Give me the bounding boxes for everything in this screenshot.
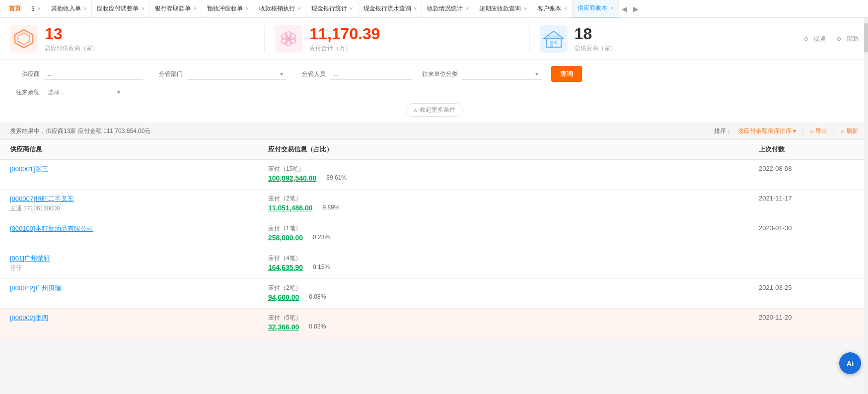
summary-text-total-suppliers: 18 总供应商（家） [575,25,616,53]
nav-tab-customer-book[interactable]: 客户账本 × [532,0,573,18]
refresh-button[interactable]: ○ 刷新 [841,127,858,135]
tx-amount-5[interactable]: 94,600.00 [268,293,299,301]
svg-marker-1 [18,33,30,45]
nav-tab-bank-deposit[interactable]: 银行存取款单 × [150,0,202,18]
export-button[interactable]: ○ 导出 [809,127,827,135]
supplier-info-4: [001]广州荣轩 仔仔 [10,254,268,272]
supplier-info-1: [000001]张三 [10,165,268,174]
tx-amount-6[interactable]: 32,366.00 [268,323,299,331]
svg-point-8 [287,37,290,41]
tx-row-3: 应付（1笔） [268,224,759,233]
help-link[interactable]: 帮助 [846,35,858,43]
tx-amount-row-2: 11,051,486.00 9.89% [268,203,759,212]
last-pay-6: 2020-11-20 [759,314,858,321]
supplier-link-3[interactable]: [000100]本特勤油品有限公司 [10,224,268,233]
filter-item-dept: 分管部门 [153,68,286,80]
supplier-link-6[interactable]: [000002]李四 [10,314,268,323]
table-row: [001]广州荣轩 仔仔 应付（4笔） 164,635.90 0.15% [0,249,868,279]
supplier-input[interactable] [44,68,143,80]
tx-percent-5: 0.08% [309,293,326,300]
summary-text-payable-suppliers: 13 总应付供应商（家） [45,25,98,53]
close-tab-bank-deposit-icon[interactable]: × [194,6,197,11]
nav-prev-icon[interactable]: ◀ [619,5,630,13]
tx-info-4: 应付（4笔） 164,635.90 0.15% [268,254,759,271]
sort-label: 排序： [714,127,732,135]
summary-card-payable-total: 11,170.39 应付合计（万） [275,25,529,53]
close-tab-other-income-icon[interactable]: × [84,6,87,11]
summary-card-payable-suppliers: 13 总应付供应商（家） [10,25,265,53]
tx-percent-6: 0.03% [309,323,326,330]
close-tab-receipt-stat-icon[interactable]: × [466,6,469,11]
dept-filter-label: 分管部门 [153,70,183,78]
export-icon: ○ [809,128,813,135]
person-filter-label: 分管人员 [296,70,326,78]
nav-tab-overdue[interactable]: 超期应收款查询 × [474,0,532,18]
tx-amount-3[interactable]: 258,000.00 [268,234,303,242]
filter-row-2: 往来余额 选择... [10,87,858,98]
summary-icon-flower [275,25,302,53]
category-select-wrapper [462,68,541,80]
nav-tab-3[interactable]: 3 × [26,0,46,18]
nav-tab-supplier-book[interactable]: 供应商账本 × [573,0,619,18]
tx-amount-4[interactable]: 164,635.90 [268,263,303,271]
nav-tab-adjustment[interactable]: 应收应付调整单 × [92,0,150,18]
collapse-button[interactable]: ∧ 收起更多条件 [406,103,463,117]
sort-select[interactable]: 按应付余额倒序排序 ▾ [738,127,796,135]
tx-percent-3: 0.23% [313,234,330,241]
nav-tab-receipt-stat[interactable]: 收款情况统计 × [422,0,474,18]
svg-rect-12 [554,41,557,44]
video-link[interactable]: 视频 [813,35,825,43]
supplier-link-4[interactable]: [001]广州荣轩 [10,254,268,263]
tx-amount-row-1: 100,092,540.00 89.61% [268,173,759,182]
close-tab-cash-flow-icon[interactable]: × [414,6,417,11]
balance-filter-label: 往来余额 [10,88,40,97]
close-tab-pre-receive-icon[interactable]: × [246,6,249,11]
col-header-supplier: 供应商信息 [10,145,268,154]
nav-tab-other-income[interactable]: 其他收入单 × [46,0,92,18]
close-tab-cash-stat-icon[interactable]: × [350,6,353,11]
top-navigation: 首页 3 × 其他收入单 × 应收应付调整单 × 银行存取款单 × 预收冲应收单… [0,0,868,18]
supplier-info-5: [000012]广州贝瑞 [10,284,268,293]
nav-next-icon[interactable]: ▶ [630,5,642,13]
last-pay-2: 2021-11-17 [759,195,858,202]
tx-amount-row-3: 258,000.00 0.23% [268,233,759,242]
close-tab-customer-book-icon[interactable]: × [564,6,567,11]
dept-select[interactable] [187,68,286,80]
close-tab-supplier-book-icon[interactable]: × [610,5,613,11]
tx-amount-2[interactable]: 11,051,486.00 [268,204,313,212]
table-row: [000007]恒旺二手叉车 王通 17106110000 应付（2笔） 11,… [0,190,868,219]
supplier-sub-4: 仔仔 [10,264,268,272]
filter-item-supplier: 供应商 [10,68,143,80]
nav-tab-receipt-verify[interactable]: 收款核销执行 × [254,0,306,18]
search-button[interactable]: 查询 [551,66,582,82]
close-tab-adjustment-icon[interactable]: × [142,6,145,11]
person-input[interactable] [330,68,412,80]
tx-row-6: 应付（5笔） [268,314,759,322]
payable-total-label: 应付合计（万） [309,44,380,53]
nav-tab-home[interactable]: 首页 [4,0,26,18]
close-tab-3-icon[interactable]: × [38,6,41,11]
tx-percent-1: 89.61% [326,174,347,181]
tx-row-5: 应付（2笔） [268,284,759,292]
summary-bar: 13 总应付供应商（家） 11,170.39 应付合计（万） [0,18,868,60]
close-tab-overdue-icon[interactable]: × [524,6,527,11]
category-select[interactable] [462,68,541,80]
close-tab-receipt-verify-icon[interactable]: × [298,6,301,11]
tx-row-2: 应付（2笔） [268,195,759,203]
tx-amount-1[interactable]: 100,092,540.00 [268,174,316,182]
nav-tab-cash-stat[interactable]: 现金银行统计 × [306,0,359,18]
nav-tab-cash-flow[interactable]: 现金银行流水查询 × [359,0,423,18]
filter-item-person: 分管人员 [296,68,412,80]
nav-tab-pre-receive[interactable]: 预收冲应收单 × [202,0,254,18]
category-filter-label: 往来单位分类 [422,70,458,78]
balance-select[interactable]: 选择... [44,87,123,98]
supplier-link-1[interactable]: [000001]张三 [10,165,268,174]
collapse-icon: ∧ [413,107,418,114]
supplier-link-2[interactable]: [000007]恒旺二手叉车 [10,195,268,203]
tx-amount-row-6: 32,366.00 0.03% [268,322,759,331]
sort-chevron-icon: ▾ [793,128,796,134]
scrollbar-thumb[interactable] [864,23,868,53]
tx-row-1: 应付（15笔） [268,165,759,173]
results-summary-text: 搜索结果中，供应商13家 应付金额 111,703,854.00元 [10,127,150,135]
supplier-link-5[interactable]: [000012]广州贝瑞 [10,284,268,293]
